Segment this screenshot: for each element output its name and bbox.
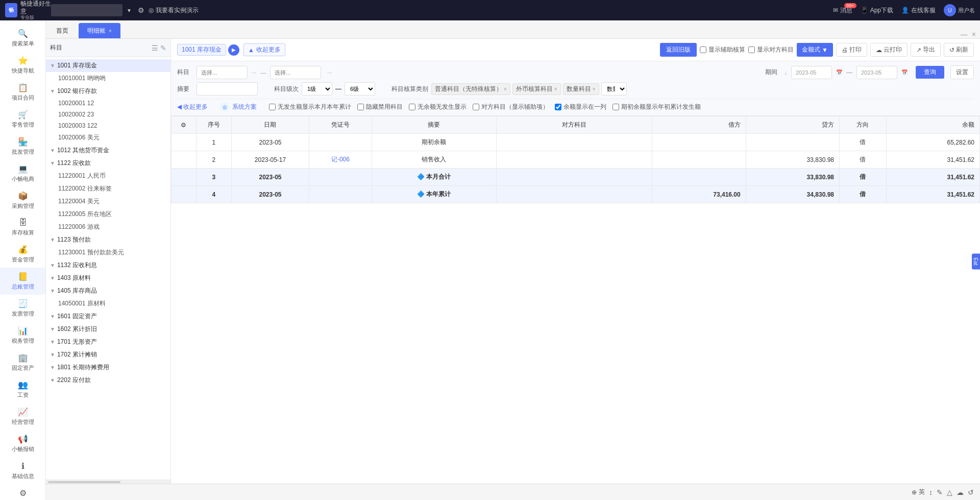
window-minimize-icon[interactable]: —	[961, 30, 968, 38]
bottom-icon-1[interactable]: ↕	[929, 488, 933, 496]
filter-level-start[interactable]: 1级2级3级	[302, 82, 332, 96]
return-old-btn[interactable]: 返回旧版	[660, 43, 697, 57]
voucher-link[interactable]: 记-006	[331, 156, 350, 163]
cloud-print-btn[interactable]: ☁ 云打印	[870, 43, 908, 57]
account-item[interactable]: 10020006 美元	[46, 131, 170, 144]
sidebar-item-sysconfig[interactable]: ⚙ 系统管理	[0, 484, 45, 500]
checkbox-hide-disabled-input[interactable]	[357, 104, 364, 110]
filter-tag-foreign-close[interactable]: ×	[554, 86, 557, 92]
account-item[interactable]: 10020003 122	[46, 120, 170, 131]
sidebar-item-payroll[interactable]: 👥 工资	[0, 376, 45, 403]
sidebar-item-project[interactable]: 📋 项目合同	[0, 79, 45, 106]
sidebar-item-inventory[interactable]: 🗄 库存核算	[0, 214, 45, 241]
account-item[interactable]: ▼ 1702 累计摊销	[46, 348, 170, 361]
topbar-gear-icon[interactable]: ⚙	[138, 6, 144, 14]
show-helper-input[interactable]	[700, 46, 706, 53]
tab-detail[interactable]: 明细账 ×	[79, 23, 120, 38]
account-nav-arrow[interactable]: ▶	[228, 44, 239, 56]
account-item[interactable]: ▼ 1123 预付款	[46, 233, 170, 246]
tab-home[interactable]: 首页	[48, 23, 77, 38]
sidebar-item-search[interactable]: 🔍 搜索菜单	[0, 25, 45, 52]
scrollbar-thumb[interactable]	[48, 481, 120, 483]
account-item[interactable]: ▼ 1002 银行存款	[46, 85, 170, 98]
export-btn[interactable]: ↗ 导出	[911, 43, 941, 57]
bottom-icon-2[interactable]: ✎	[937, 488, 943, 496]
sidebar-item-tax[interactable]: 📊 税务管理	[0, 322, 45, 349]
sidebar-item-ledger[interactable]: 📒 总账管理	[0, 268, 45, 295]
account-item[interactable]: ▼ 1405 库存商品	[46, 284, 170, 297]
topbar-search-input[interactable]	[51, 4, 122, 16]
account-item[interactable]: ▼ 1132 应收利息	[46, 259, 170, 272]
account-item[interactable]: 11220002 往来标签	[46, 182, 170, 195]
account-item[interactable]: ▼ 1601 固定资产	[46, 310, 170, 323]
bottom-icon-4[interactable]: ☁	[957, 488, 964, 496]
account-item[interactable]: 10020002 23	[46, 109, 170, 120]
sidebar-item-quicknav[interactable]: ⭐ 快捷导航	[0, 52, 45, 79]
filter-period-start[interactable]	[791, 66, 832, 79]
table-row[interactable]: 2 2023-05-17 记-006 销售收入 33,830.98 借 31,4…	[172, 151, 980, 169]
account-item[interactable]: 11230001 预付款款美元	[46, 246, 170, 259]
account-item[interactable]: ▼ 2202 应付款	[46, 374, 170, 387]
table-row[interactable]: 4 2023-05 🔷 本年累计 73,416.00 34,830.98 借 3…	[172, 186, 980, 203]
filter-period-end[interactable]	[856, 66, 897, 79]
account-item[interactable]: 10020001 12	[46, 98, 170, 109]
account-item[interactable]: ▼ 1403 原材料	[46, 272, 170, 284]
account-item[interactable]: 10010001 哟哟哟	[46, 72, 170, 85]
filter-tag-normal-close[interactable]: ×	[504, 86, 507, 92]
right-edge-btn[interactable]: Eat	[972, 253, 980, 269]
sidebar-item-operations[interactable]: 📈 经营管理	[0, 403, 45, 430]
filter-account-input[interactable]	[197, 66, 248, 79]
window-close-icon[interactable]: ×	[972, 30, 976, 38]
topbar-service-btn[interactable]: 👤 在线客服	[901, 6, 936, 15]
filter-tag-quantity-close[interactable]: ×	[593, 86, 596, 92]
account-item[interactable]: ▼ 1001 库存现金	[46, 59, 170, 72]
collapse-filter-btn[interactable]: ◀ 收起更多	[177, 103, 208, 111]
tab-close-icon[interactable]: ×	[109, 28, 112, 34]
table-row[interactable]: 3 2023-05 🔷 本月合计 33,830.98 借 31,451.62	[172, 169, 980, 186]
sidebar-item-ecommerce[interactable]: 💻 小畅电商	[0, 160, 45, 187]
bottom-icon-3[interactable]: △	[947, 488, 952, 496]
query-btn[interactable]: 查询	[916, 66, 944, 79]
filter-summary-input[interactable]	[197, 82, 258, 96]
more-btn[interactable]: ▲ 收起更多	[243, 43, 285, 56]
bottom-icon-5[interactable]: ↺	[968, 488, 974, 496]
topbar-avatar-btn[interactable]: U 用户名	[944, 4, 975, 16]
account-item[interactable]: ▼ 1602 累计折旧	[46, 323, 170, 336]
account-item[interactable]: 11220004 美元	[46, 195, 170, 208]
filter-level-end[interactable]: 6级5级4级	[345, 82, 375, 96]
lang-switcher[interactable]: ⊕ 英	[912, 488, 925, 496]
print-btn[interactable]: 🖨 打印	[836, 43, 867, 57]
sidebar-item-purchase[interactable]: 📦 采购管理	[0, 187, 45, 214]
filter-quantity-select[interactable]: 数量科目	[601, 82, 627, 96]
table-row[interactable]: 1 2023-05 期初余额 借 65,282.60	[172, 134, 980, 151]
account-item[interactable]: ▼ 1122 应收款	[46, 157, 170, 170]
sidebar-item-sales[interactable]: 📢 小畅报销	[0, 430, 45, 457]
checkbox-contra-display-input[interactable]	[473, 104, 479, 110]
settings-btn[interactable]: 设置	[950, 65, 974, 79]
sidebar-item-basic[interactable]: ℹ 基础信息	[0, 457, 45, 484]
account-item[interactable]: 11220001 人民币	[46, 170, 170, 182]
left-panel-list-icon[interactable]: ☰	[152, 44, 158, 52]
account-item[interactable]: 14050001 原材料	[46, 297, 170, 310]
topbar-msg-btn[interactable]: ✉ 消息 99+	[833, 6, 852, 15]
checkbox-year-begin-input[interactable]	[612, 104, 619, 110]
checkbox-no-balance-input[interactable]	[409, 104, 415, 110]
account-item[interactable]: 11220005 所在地区	[46, 208, 170, 221]
account-item[interactable]: ▼ 1012 其他货币资金	[46, 144, 170, 157]
checkbox-no-occurrence-input[interactable]	[269, 104, 276, 110]
sidebar-item-wholesale[interactable]: 🏪 批发管理	[0, 133, 45, 160]
sidebar-item-invoice[interactable]: 🧾 发票管理	[0, 295, 45, 322]
left-panel-edit-icon[interactable]: ✎	[160, 44, 166, 52]
account-item[interactable]: ▼ 1801 长期待摊费用	[46, 361, 170, 374]
account-item[interactable]: 11220006 游戏	[46, 221, 170, 233]
checkbox-balance-one-col-input[interactable]	[555, 104, 561, 110]
topbar-demo-btn[interactable]: ◎ 我要看实例演示	[149, 6, 199, 15]
sidebar-item-funds[interactable]: 💰 资金管理	[0, 241, 45, 268]
sidebar-item-retail[interactable]: 🛒 零售管理	[0, 106, 45, 133]
topbar-dropdown-icon[interactable]: ▼	[127, 8, 132, 13]
account-item[interactable]: ▼ 1701 无形资产	[46, 336, 170, 348]
topbar-app-btn[interactable]: 📱 App下载	[861, 6, 893, 15]
row-voucher[interactable]: 记-006	[309, 151, 372, 169]
refresh-btn[interactable]: ↺ 刷新	[944, 43, 974, 57]
sidebar-item-assets[interactable]: 🏢 固定资产	[0, 349, 45, 376]
